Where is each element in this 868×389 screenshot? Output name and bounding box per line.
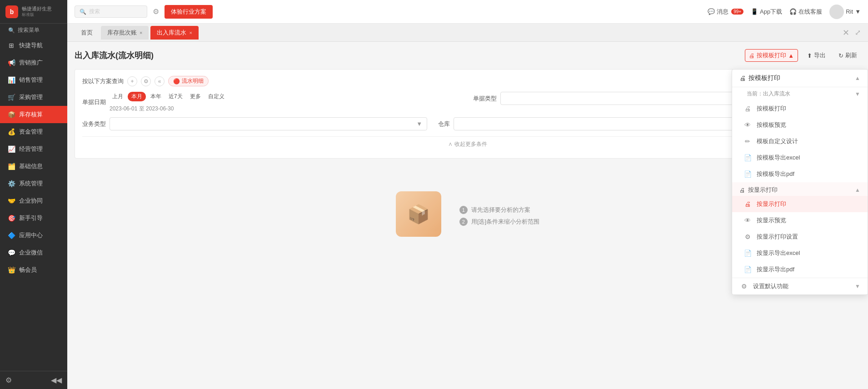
- biztype-select[interactable]: ▼: [110, 117, 427, 130]
- online-service-item[interactable]: 🎧 在线客服: [789, 8, 822, 16]
- close-all-icon[interactable]: ✕: [843, 28, 849, 38]
- sidebar-item-purchase[interactable]: 🛒 采购管理: [0, 89, 67, 106]
- dropdown-section-display: 🖨 按显示打印 ▲: [732, 182, 868, 196]
- dropdown-item-display-pdf[interactable]: 📄 按显示导出pdf: [732, 261, 868, 278]
- design-icon: ✏: [743, 137, 752, 146]
- tab-home[interactable]: 首页: [75, 26, 99, 40]
- sidebar-item-finance[interactable]: 💰 资金管理: [0, 123, 67, 140]
- filter-settings-btn[interactable]: ⚙: [141, 76, 151, 86]
- tag-icon: 🔴: [173, 78, 180, 85]
- sidebar-search[interactable]: 🔍 搜索菜单: [0, 24, 67, 37]
- topbar-right: 💬 消息 99+ 📱 App下载 🎧 在线客服 Rit ▼: [708, 5, 861, 19]
- dropdown-item-template-preview[interactable]: 👁 按模板预览: [732, 117, 868, 133]
- page-content: 出入库流水(流水明细) 🖨 按模板打印 ▲ ⬆ 导出 ↻ 刷新: [67, 42, 868, 389]
- expand-tab-icon[interactable]: ⤢: [855, 28, 861, 37]
- tag-label: 流水明细: [182, 77, 204, 85]
- sidebar-item-system[interactable]: ⚙️ 系统管理: [0, 175, 67, 192]
- dropdown-item-display-print-settings[interactable]: ⚙ 按显示打印设置: [732, 229, 868, 245]
- tab-inventory-batch[interactable]: 库存批次账 ×: [101, 26, 149, 40]
- filter-add-btn[interactable]: +: [127, 76, 137, 86]
- warehouse-label: 仓库: [438, 120, 450, 128]
- date-btn-this-year[interactable]: 本年: [148, 92, 164, 101]
- collapse-up-icon: ∧: [448, 141, 453, 147]
- page-title: 出入库流水(流水明细): [75, 50, 154, 61]
- close-inventory-batch-icon[interactable]: ×: [140, 30, 142, 35]
- refresh-btn[interactable]: ↻ 刷新: [835, 50, 861, 61]
- page-header: 出入库流水(流水明细) 🖨 按模板打印 ▲ ⬆ 导出 ↻ 刷新: [75, 49, 861, 62]
- dropdown-item-template-pdf[interactable]: 📄 按模板导出pdf: [732, 166, 868, 182]
- sidebar-item-label: 企业微信: [19, 249, 43, 257]
- sidebar-item-apps[interactable]: 🔷 应用中心: [0, 227, 67, 244]
- basic-icon: 🗂️: [7, 163, 15, 170]
- quick-nav-icon: ⊞: [7, 42, 15, 49]
- export-btn[interactable]: ⬆ 导出: [803, 50, 829, 61]
- sidebar-item-quick-nav[interactable]: ⊞ 快捷导航: [0, 37, 67, 54]
- footer-settings-icon: ⚙: [739, 282, 748, 291]
- dropdown-item-template-print[interactable]: 🖨 按模板打印: [732, 100, 868, 117]
- date-btn-custom[interactable]: 自定义: [205, 92, 227, 101]
- close-inventory-flow-icon[interactable]: ×: [189, 30, 192, 35]
- template-print-btn[interactable]: 🖨 按模板打印 ▲: [745, 49, 798, 62]
- dropdown-footer[interactable]: ⚙ 设置默认功能 ▼: [732, 278, 868, 294]
- footer-label: 设置默认功能: [753, 282, 788, 290]
- dropdown-item-template-excel[interactable]: 📄 按模板导出excel: [732, 150, 868, 166]
- date-btn-7days[interactable]: 近7天: [166, 92, 185, 101]
- logo-badge: 标准版: [22, 12, 52, 18]
- industry-btn[interactable]: 体验行业方案: [165, 5, 213, 19]
- dropdown-current-chevron[interactable]: ▼: [855, 91, 860, 97]
- sidebar-item-marketing[interactable]: 📢 营销推广: [0, 54, 67, 71]
- dropdown-title: 按模板打印: [748, 74, 780, 82]
- dropdown-title-chevron[interactable]: ▲: [855, 75, 860, 81]
- filter-collapse-btn[interactable]: «: [155, 76, 165, 86]
- logo-name: 畅捷通好生意: [22, 5, 52, 12]
- settings-bottom-icon[interactable]: ⚙: [5, 376, 12, 384]
- display-settings-icon: ⚙: [743, 232, 752, 241]
- date-btn-this-month[interactable]: 本月: [128, 92, 146, 101]
- filter-date-item: 单据日期 上月 本月 本年 近7天 更多 自定义 2023-06-01 至 20…: [82, 92, 462, 113]
- sidebar-item-label: 新手引导: [19, 214, 43, 222]
- sidebar-item-member[interactable]: 👑 畅会员: [0, 261, 67, 279]
- inventory-icon: 📦: [7, 111, 15, 118]
- sidebar-item-label: 销售管理: [19, 76, 43, 84]
- dropdown-header: 🖨 按模板打印 ▲: [732, 70, 868, 87]
- search-placeholder: 搜索: [89, 8, 100, 15]
- user-avatar-item[interactable]: Rit ▼: [829, 5, 861, 19]
- sidebar-item-guide[interactable]: 🎯 新手引导: [0, 209, 67, 227]
- topbar-search[interactable]: 🔍 搜索: [75, 5, 147, 18]
- dropdown-item-display-print[interactable]: 🖨 按显示打印: [732, 196, 868, 212]
- template-print-chevron: ▲: [788, 52, 794, 59]
- display-print-label: 按显示打印: [757, 200, 786, 208]
- sidebar-item-basic[interactable]: 🗂️ 基础信息: [0, 158, 67, 175]
- dropdown-item-display-excel[interactable]: 📄 按显示导出excel: [732, 245, 868, 261]
- sidebar-item-wechat[interactable]: 💬 企业微信: [0, 244, 67, 261]
- app-download-item[interactable]: 📱 App下载: [751, 8, 782, 16]
- dropdown-item-display-preview[interactable]: 👁 按显示预览: [732, 212, 868, 229]
- sidebar-item-collab[interactable]: 🤝 企业协同: [0, 192, 67, 209]
- date-btn-more[interactable]: 更多: [187, 92, 204, 101]
- home-tab-label: 首页: [81, 29, 93, 37]
- sidebar-item-operation[interactable]: 📈 经营管理: [0, 140, 67, 158]
- topbar-gear-icon[interactable]: ⚙: [153, 7, 159, 16]
- hint-text-1: 请先选择要分析的方案: [471, 206, 530, 214]
- printer-icon-display: 🖨: [739, 187, 745, 194]
- messages-badge: 99+: [731, 9, 743, 15]
- date-controls: 上月 本月 本年 近7天 更多 自定义 2023-06-01 至 2023-06…: [110, 92, 227, 113]
- display-section-label: 按显示打印: [748, 186, 778, 194]
- display-excel-label: 按显示导出excel: [757, 249, 800, 257]
- sidebar-item-inventory[interactable]: 📦 库存核算: [0, 106, 67, 123]
- display-preview-icon: 👁: [743, 216, 752, 225]
- display-section-chevron[interactable]: ▲: [855, 187, 860, 193]
- date-btn-last-month[interactable]: 上月: [110, 92, 126, 101]
- dropdown-item-template-design[interactable]: ✏ 模板自定义设计: [732, 133, 868, 150]
- sidebar-item-label: 系统管理: [19, 180, 43, 188]
- filter-tag[interactable]: 🔴 流水明细: [168, 76, 209, 86]
- messages-item[interactable]: 💬 消息 99+: [708, 8, 743, 16]
- sidebar-item-sales[interactable]: 📊 销售管理: [0, 71, 67, 89]
- tab-inventory-flow[interactable]: 出入库流水 ×: [150, 26, 198, 40]
- display-excel-icon: 📄: [743, 249, 752, 258]
- finance-icon: 💰: [7, 128, 15, 135]
- logo-text-block: 畅捷通好生意 标准版: [22, 5, 52, 18]
- collapse-sidebar-icon[interactable]: ◀◀: [51, 376, 62, 384]
- doctype-label: 单据类型: [473, 95, 497, 103]
- refresh-label: 刷新: [845, 51, 857, 60]
